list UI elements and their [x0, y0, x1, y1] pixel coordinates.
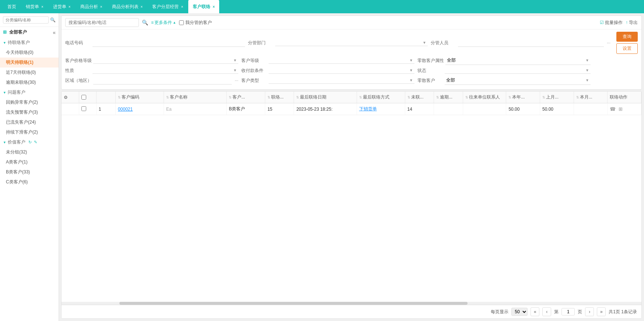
td-type: B类客户	[227, 103, 265, 115]
query-btn[interactable]: 查询	[616, 32, 638, 42]
dept-select[interactable]: ▼	[275, 39, 428, 46]
nav-customer-contact[interactable]: 客户联络 ×	[188, 0, 219, 13]
edit-icon[interactable]: ✎	[34, 140, 37, 145]
sidebar-item-lost[interactable]: 已流失客户(24)	[0, 117, 59, 127]
sidebar-section-pending[interactable]: ▼ 待联络客户	[0, 38, 59, 48]
th-unlinked: ⇅ 未联...	[405, 92, 434, 103]
td-thisyear: 50.00	[506, 103, 540, 115]
sidebar-item-b-class[interactable]: B类客户(33)	[0, 167, 59, 177]
sidebar-item-ungrouped[interactable]: 未分组(32)	[0, 147, 59, 157]
th-contact: ⇅ 联络...	[265, 92, 294, 103]
checkbox-icon: ☑	[600, 20, 604, 25]
triangle-icon: ▼	[3, 41, 6, 45]
nav-purchase-close[interactable]: ×	[69, 5, 71, 9]
filter-bar: 🔍 ≡ 更多条件 ▲ 我分管的客户 ☑ 批量操作 ↑ 导出	[61, 15, 642, 90]
per-page-select[interactable]: 50	[511, 308, 528, 316]
sidebar-item-declining[interactable]: 持续下滑客户(2)	[0, 127, 59, 137]
row-checkbox[interactable]	[81, 106, 86, 111]
th-thismonth: ⇅ 本月...	[574, 92, 608, 103]
td-lastway: 下销货单	[357, 103, 405, 115]
next-page-btn[interactable]: ›	[585, 307, 594, 316]
retail-select[interactable]: 全部 ▼	[445, 76, 591, 85]
sidebar-search-input[interactable]	[3, 16, 49, 24]
cust-value-level-select[interactable]: ▼	[93, 57, 238, 64]
td-lastmonth: 50.00	[540, 103, 574, 115]
pay-terms-select[interactable]: ▼	[269, 67, 414, 74]
nav-sales-order[interactable]: 销货单 ×	[21, 0, 48, 13]
nav-product-analysis-close[interactable]: ×	[100, 5, 102, 9]
td-action: ☎ ⊞	[608, 103, 641, 115]
nav-home[interactable]: 首页	[3, 0, 21, 13]
nav-customer-contact-close[interactable]: ×	[213, 5, 215, 9]
scrollbar-thumb[interactable]	[119, 302, 467, 305]
sidebar-collapse-btn[interactable]: «	[53, 30, 56, 35]
batch-ops-btn[interactable]: ☑ 批量操作	[600, 20, 623, 26]
sort-icon-5: ⇅	[296, 96, 299, 99]
prev-page-btn[interactable]: ‹	[542, 307, 551, 316]
retail-attr-select[interactable]: 全部 ▼	[445, 56, 591, 65]
phone-action-icon[interactable]: ☎	[610, 106, 616, 112]
manager-dots[interactable]: ···	[607, 40, 610, 45]
th-type: ⇅ 客户...	[227, 92, 265, 103]
sidebar-item-overdue[interactable]: 逾期未联络(30)	[0, 77, 59, 87]
select-all-checkbox[interactable]	[81, 95, 86, 100]
filter-search-btn[interactable]: 🔍	[142, 20, 148, 25]
last-page-btn[interactable]: »	[597, 307, 606, 316]
horizontal-scrollbar[interactable]	[62, 302, 641, 305]
my-customers-label: 我分管的客户	[185, 20, 212, 26]
sidebar-all-customers[interactable]: ⊞ 全部客户 «	[0, 27, 59, 38]
sidebar-item-today[interactable]: 今天待联络(0)	[0, 48, 59, 58]
unlinked-days: 14	[407, 107, 412, 112]
sidebar-section-value[interactable]: ▼ 价值客户 ↻ ✎	[0, 137, 59, 147]
data-table: ⚙	[62, 92, 641, 115]
more-action-icon[interactable]: ⊞	[619, 106, 623, 112]
area-input[interactable]	[93, 77, 232, 84]
filter-search-input[interactable]	[65, 18, 139, 27]
sidebar-pending-title: 待联络客户	[8, 39, 30, 46]
filter-manager: 分管人员 ···	[431, 39, 610, 47]
filter-more-btn[interactable]: ≡ 更多条件 ▲	[151, 20, 176, 26]
sidebar-item-tomorrow[interactable]: 明天待联络(1)	[0, 58, 59, 68]
query-settings: 查询 设置	[616, 32, 638, 54]
filter-row-4: 区域（地区） ··· 客户类型 ▼ 零散客户 全部	[65, 76, 638, 85]
nav-product-list-close[interactable]: ×	[141, 5, 143, 9]
sidebar-item-abnormal[interactable]: 回购异常客户(2)	[0, 97, 59, 107]
page-number-input[interactable]	[561, 308, 575, 315]
export-btn[interactable]: ↑ 导出	[626, 20, 638, 26]
nav-purchase-order[interactable]: 进货单 ×	[49, 0, 75, 13]
export-label: 导出	[629, 20, 638, 26]
nav-sales-close[interactable]: ×	[41, 5, 43, 9]
filter-nature: 性质 ▼	[65, 67, 238, 74]
last-date: 2023-05-23 18:25:	[296, 107, 332, 112]
nav-customer-tier[interactable]: 客户分层经营 ×	[148, 0, 188, 13]
filter-retail-attr: 零散客户属性 全部 ▼	[417, 56, 591, 65]
last-way-link[interactable]: 下销货单	[359, 106, 377, 111]
area-dots[interactable]: ···	[235, 78, 238, 83]
status-select[interactable]: ▼	[445, 67, 591, 74]
gear-icon[interactable]: ⚙	[64, 95, 68, 100]
settings-btn[interactable]: 设置	[616, 43, 638, 54]
sidebar-item-a-class[interactable]: A类客户(1)	[0, 157, 59, 167]
sidebar-value-title: 价值客户	[8, 139, 25, 145]
customer-code-link[interactable]: 000021	[118, 107, 133, 112]
phone-input[interactable]	[92, 39, 245, 47]
sidebar-item-lostwarning[interactable]: 流失预警客户(3)	[0, 107, 59, 117]
manager-input[interactable]	[458, 39, 604, 47]
cust-type-select[interactable]: ▼	[269, 77, 414, 84]
sidebar-search-icon[interactable]: 🔍	[50, 17, 56, 23]
filter-row-1: 电话号码 分管部门 ▼ 分管人员 ···	[65, 32, 638, 54]
nav-customer-tier-close[interactable]: ×	[181, 5, 183, 9]
nav-product-analysis-list[interactable]: 商品分析列表 ×	[108, 0, 147, 13]
data-table-wrap: ⚙	[61, 91, 642, 319]
nav-product-analysis[interactable]: 商品分析 ×	[76, 0, 107, 13]
nature-select[interactable]: ▼	[92, 67, 238, 74]
cust-level-select[interactable]: ▼	[269, 57, 414, 64]
refresh-icon[interactable]: ↻	[28, 140, 32, 145]
td-name: Ea	[164, 103, 227, 115]
first-page-btn[interactable]: «	[531, 307, 539, 316]
sidebar-section-problem[interactable]: ▼ 问题客户	[0, 87, 59, 97]
sidebar-item-7days[interactable]: 近7天待联络(0)	[0, 68, 59, 77]
my-customers-checkbox[interactable]: 我分管的客户	[179, 20, 212, 26]
sidebar-item-c-class[interactable]: C类客户(6)	[0, 177, 59, 187]
my-customers-check[interactable]	[179, 20, 184, 25]
